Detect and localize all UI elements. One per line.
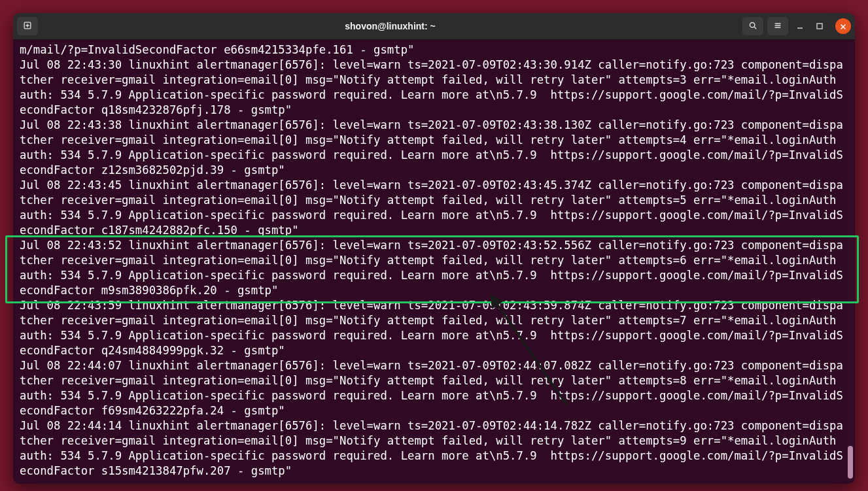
scrollbar-thumb[interactable]	[848, 446, 853, 479]
log-entry: Jul 08 22:43:30 linuxhint alertmanager[6…	[20, 58, 848, 118]
new-tab-button[interactable]	[17, 17, 38, 35]
window-title: shovon@linuxhint: ~	[38, 21, 742, 31]
minimize-icon	[796, 20, 804, 33]
terminal-window: shovon@linuxhint: ~	[13, 13, 855, 484]
log-entry: Jul 08 22:44:14 linuxhint alertmanager[6…	[20, 418, 848, 479]
maximize-button[interactable]	[812, 18, 827, 34]
svg-line-4	[754, 26, 756, 28]
svg-point-3	[750, 22, 754, 27]
svg-rect-9	[817, 24, 822, 29]
terminal-output[interactable]: m/mail/?p=InvalidSecondFactor e66sm42153…	[13, 40, 855, 484]
close-icon	[840, 20, 846, 33]
log-entry: Jul 08 22:44:07 linuxhint alertmanager[6…	[20, 358, 848, 418]
log-entry: Jul 08 22:43:38 linuxhint alertmanager[6…	[20, 118, 848, 178]
scrollbar-track[interactable]	[847, 42, 854, 481]
close-button[interactable]	[835, 18, 851, 34]
titlebar: shovon@linuxhint: ~	[13, 13, 855, 40]
search-icon	[748, 20, 757, 33]
log-entry: Jul 08 22:43:52 linuxhint alertmanager[6…	[20, 238, 848, 298]
log-entry: Jul 08 22:43:59 linuxhint alertmanager[6…	[20, 298, 848, 358]
menu-button[interactable]	[767, 17, 788, 35]
log-entry: Jul 08 22:43:45 linuxhint alertmanager[6…	[20, 178, 848, 238]
minimize-button[interactable]	[792, 18, 808, 34]
hamburger-icon	[773, 20, 782, 33]
log-line-partial: m/mail/?p=InvalidSecondFactor e66sm42153…	[20, 42, 848, 58]
new-tab-icon	[23, 20, 32, 33]
maximize-icon	[816, 20, 824, 33]
search-button[interactable]	[742, 17, 763, 35]
